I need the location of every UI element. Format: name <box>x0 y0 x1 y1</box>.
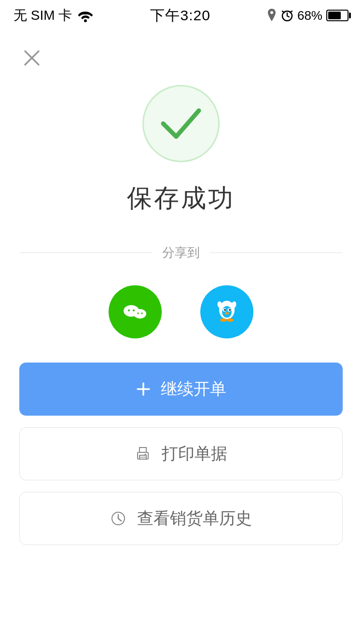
svg-point-11 <box>222 306 232 318</box>
sim-text: 无 SIM 卡 <box>14 6 72 25</box>
svg-point-19 <box>220 319 227 322</box>
status-time: 下午3:20 <box>150 6 210 26</box>
plus-icon <box>136 381 151 397</box>
continue-label: 继续开单 <box>161 378 226 400</box>
wifi-icon <box>77 9 94 22</box>
svg-point-6 <box>128 309 130 311</box>
share-qq-button[interactable] <box>200 285 253 338</box>
location-icon <box>266 9 277 22</box>
print-label: 打印单据 <box>162 443 227 465</box>
share-icons-row <box>19 285 343 338</box>
close-button[interactable] <box>19 45 44 70</box>
history-button[interactable]: 查看销货单历史 <box>19 492 343 545</box>
print-icon <box>135 446 151 462</box>
svg-line-30 <box>118 518 121 521</box>
svg-point-8 <box>137 312 139 314</box>
svg-point-7 <box>133 309 135 311</box>
close-icon <box>23 49 41 67</box>
svg-point-16 <box>225 312 229 315</box>
status-right: 68% <box>266 8 348 23</box>
close-btn-container <box>0 31 362 75</box>
continue-button[interactable]: 继续开单 <box>19 363 343 416</box>
svg-point-20 <box>227 319 234 322</box>
checkmark-icon <box>159 107 203 140</box>
share-wechat-button[interactable] <box>109 285 162 338</box>
share-label: 分享到 <box>162 244 200 261</box>
battery-indicator <box>326 10 348 21</box>
check-circle <box>142 85 220 162</box>
svg-point-9 <box>141 312 142 314</box>
wechat-icon <box>119 295 152 328</box>
print-button[interactable]: 打印单据 <box>19 427 343 480</box>
divider-right <box>209 252 343 253</box>
share-section: 分享到 <box>0 244 362 338</box>
history-icon <box>110 510 126 527</box>
history-label: 查看销货单历史 <box>137 507 252 530</box>
status-bar: 无 SIM 卡 下午3:20 68% <box>0 0 362 31</box>
svg-point-27 <box>145 454 146 455</box>
divider-left <box>19 252 153 253</box>
status-left: 无 SIM 卡 <box>14 6 94 25</box>
svg-point-15 <box>229 309 231 311</box>
actions-section: 继续开单 打印单据 查看销货单历史 <box>0 338 362 564</box>
alarm-icon <box>281 9 293 22</box>
svg-point-14 <box>224 309 226 311</box>
success-section: 保存成功 <box>0 75 362 235</box>
qq-icon <box>210 295 243 328</box>
battery-text: 68% <box>297 8 322 23</box>
svg-rect-24 <box>139 448 146 452</box>
svg-point-5 <box>134 309 146 319</box>
success-title: 保存成功 <box>127 182 235 215</box>
share-divider: 分享到 <box>19 244 343 261</box>
